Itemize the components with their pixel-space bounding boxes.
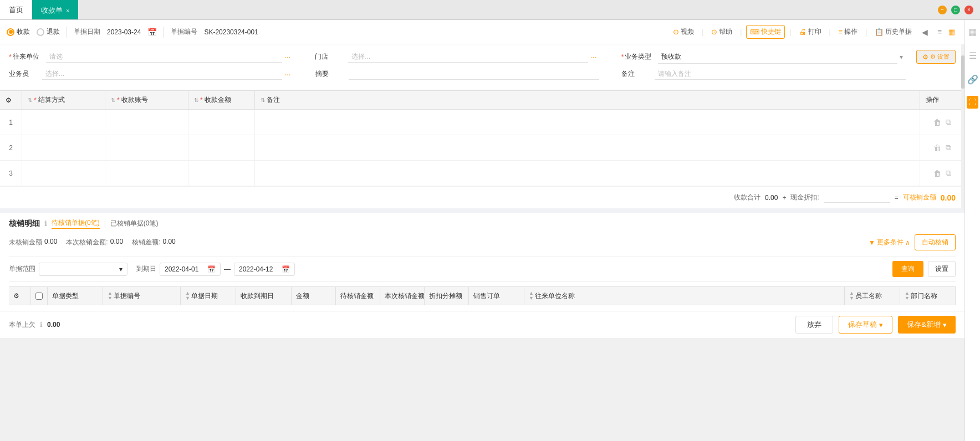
store-field: 门店 ···: [315, 51, 599, 63]
auto-verify-button[interactable]: 自动核销: [915, 234, 956, 250]
row-1-settlement[interactable]: [22, 110, 105, 135]
th-settings[interactable]: ⚙: [0, 91, 22, 109]
window-min-button[interactable]: −: [938, 6, 947, 14]
save-draft-button[interactable]: 保存草稿 ▾: [839, 316, 892, 334]
radio-receipt[interactable]: 收款: [7, 27, 30, 37]
layout-grid-icon[interactable]: ▦: [946, 27, 958, 37]
biz-type-dropdown-icon[interactable]: ▾: [897, 53, 905, 61]
filter-actions: 查询 设置: [892, 261, 956, 277]
tab-home[interactable]: 首页: [0, 0, 32, 19]
row-1-account[interactable]: [105, 110, 188, 135]
row-2-delete-icon[interactable]: 🗑: [933, 143, 941, 152]
window-controls: − □ ×: [938, 6, 980, 14]
bth-current-verify: 本次核销金额: [380, 287, 425, 305]
uncancelled-stat: 未核销金额 0.00: [9, 238, 57, 247]
select-all-checkbox[interactable]: [35, 293, 43, 300]
partner-required: *: [9, 53, 12, 61]
calendar-icon-3[interactable]: 📅: [282, 265, 290, 273]
bth-checkbox[interactable]: [31, 287, 48, 305]
partner-input[interactable]: [46, 51, 282, 63]
verify-settings-button[interactable]: 设置: [928, 261, 956, 277]
verify-title-text: 核销明细: [9, 219, 40, 229]
layout-list-icon[interactable]: ≡: [935, 27, 945, 37]
sidebar-screen-icon[interactable]: ⛶: [967, 96, 978, 109]
row-1-amount[interactable]: [188, 110, 255, 135]
summary-input[interactable]: [349, 68, 600, 80]
row-1-remarks[interactable]: [255, 110, 920, 135]
row-2-settlement[interactable]: [22, 135, 105, 160]
toolbar-sep-2: [164, 27, 164, 38]
window-max-button[interactable]: □: [951, 6, 960, 14]
receipt-tab-label: 收款单: [41, 6, 63, 16]
row-2-account[interactable]: [105, 135, 188, 160]
salesman-input[interactable]: [42, 68, 282, 80]
uncancelled-value: 0.00: [44, 238, 57, 247]
save-new-button[interactable]: 保存&新增 ▾: [898, 316, 956, 334]
row-2-amount[interactable]: [188, 135, 255, 160]
verify-info-icon[interactable]: ℹ: [44, 219, 47, 228]
date-from-field[interactable]: 2022-04-01 📅: [160, 263, 221, 276]
summary-row: 收款合计 0.00 + 现金折扣: = 可核销金额 0.00: [0, 186, 964, 208]
divider-3: |: [789, 28, 791, 36]
query-button[interactable]: 查询: [892, 261, 923, 277]
top-settings-button[interactable]: ⚙ ⚙ 设置: [916, 50, 956, 64]
row-3-amount[interactable]: [188, 161, 255, 186]
calendar-icon-2[interactable]: 📅: [207, 265, 216, 273]
window-close-button[interactable]: ×: [964, 6, 973, 14]
footer-left: 本单上欠 ℹ 0.00: [9, 320, 60, 330]
total-value: 0.00: [765, 194, 778, 202]
row-2-copy-icon[interactable]: ⧉: [946, 143, 951, 152]
store-label: 门店: [315, 52, 348, 61]
verify-right-actions: ▼ 更多条件 ∧ 自动核销: [869, 234, 956, 250]
save-new-dropdown-icon[interactable]: ▾: [943, 321, 947, 329]
verify-tab-pending[interactable]: 待核销单据(0笔): [52, 218, 100, 229]
sidebar-link-icon[interactable]: 🔗: [965, 72, 981, 87]
range-select[interactable]: ▾: [39, 263, 127, 276]
row-2-actions: 🗑 ⧉: [920, 135, 964, 160]
biz-type-label: 业务类型: [625, 52, 658, 61]
verify-tab-done[interactable]: 已核销单据(0笔): [110, 219, 159, 228]
date-to-field[interactable]: 2022-04-12 📅: [234, 263, 295, 276]
discard-button[interactable]: 放弃: [795, 316, 833, 334]
history-btn[interactable]: 📋 历史单据: [871, 25, 915, 38]
operations-btn[interactable]: ≡ 操作: [835, 25, 861, 38]
video-btn[interactable]: ⊙ 视频: [670, 25, 697, 38]
toolbar-sep-1: [67, 27, 67, 38]
notes-input[interactable]: [655, 68, 906, 80]
row-1-copy-icon[interactable]: ⧉: [946, 117, 951, 127]
shortcut-btn[interactable]: ⌨ 快捷键: [746, 25, 785, 39]
bth-settings[interactable]: ⚙: [9, 287, 31, 305]
th-remarks: ⇅ 备注: [255, 91, 920, 109]
radio-refund[interactable]: 退款: [37, 27, 60, 37]
tab-receipt[interactable]: 收款单 ×: [32, 0, 78, 19]
history-icon: 📋: [875, 28, 884, 36]
salesman-label: 业务员: [9, 69, 42, 79]
salesman-field: 业务员 ···: [9, 68, 293, 80]
partner-more-icon[interactable]: ···: [282, 53, 293, 61]
limit-info-icon[interactable]: ℹ: [40, 321, 43, 329]
save-draft-dropdown-icon[interactable]: ▾: [879, 321, 883, 329]
tab-close-icon[interactable]: ×: [66, 7, 69, 14]
row-2-remarks[interactable]: [255, 135, 920, 160]
row-1-delete-icon[interactable]: 🗑: [933, 118, 941, 127]
verify-stats: 未核销金额 0.00 本次核销金额: 0.00 核销差额: 0.00 ▼ 更多条…: [9, 234, 956, 250]
print-btn[interactable]: 🖨 打印: [796, 25, 825, 38]
filter-row: 单据范围 ▾ 到期日 2022-04-01 📅 — 2022-04-12 📅: [9, 256, 956, 282]
row-3-copy-icon[interactable]: ⧉: [946, 168, 951, 178]
row-3-remarks[interactable]: [255, 161, 920, 186]
store-input[interactable]: [348, 51, 588, 63]
sidebar-table-icon[interactable]: ▦: [966, 24, 979, 39]
row-3-account[interactable]: [105, 161, 188, 186]
calendar-icon-1[interactable]: 📅: [147, 28, 157, 37]
partner-field: * 往来单位 ···: [9, 51, 293, 63]
help-btn[interactable]: ⊙ 帮助: [708, 25, 736, 38]
nav-prev[interactable]: ◀: [920, 27, 930, 38]
store-more-icon[interactable]: ···: [588, 53, 599, 61]
discount-input[interactable]: [824, 192, 890, 203]
th-settlement: ⇅ * 结算方式: [22, 91, 105, 109]
more-filter-button[interactable]: ▼ 更多条件 ∧: [869, 238, 910, 247]
sidebar-list-icon[interactable]: ☰: [967, 48, 979, 63]
salesman-more-icon[interactable]: ···: [282, 70, 293, 79]
row-3-delete-icon[interactable]: 🗑: [933, 169, 941, 178]
row-3-settlement[interactable]: [22, 161, 105, 186]
